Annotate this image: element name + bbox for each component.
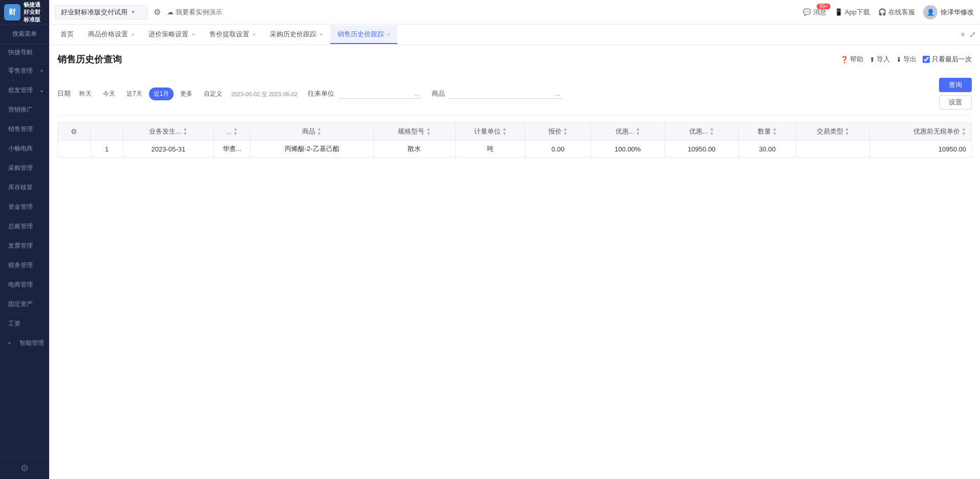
th-disc2[interactable]: 优惠... ▲▼ xyxy=(665,123,738,141)
sidebar-item-invoice[interactable]: 发票管理 xyxy=(0,236,49,256)
sidebar-item-purchase[interactable]: 采购管理 xyxy=(0,159,49,178)
tab-purchase-history-close[interactable]: × xyxy=(319,31,323,37)
online-service-button[interactable]: 🎧 在线客服 xyxy=(878,8,915,17)
from-unit-label: 往来单位 xyxy=(308,89,334,98)
sidebar-item-salary[interactable]: 工资 xyxy=(0,314,49,334)
product-input[interactable] xyxy=(451,90,553,97)
sidebar-item-smart[interactable]: ● 智能管理 xyxy=(0,334,49,353)
th-unit[interactable]: 计量单位 ▲▼ xyxy=(456,123,525,141)
messages-button[interactable]: 💬 消息 99+ xyxy=(803,8,826,17)
workspace-selector-text: 好业财标准版交付试用 xyxy=(61,8,127,17)
tab-window-close[interactable]: × xyxy=(961,30,965,39)
tab-purchase-history[interactable]: 采购历史价跟踪 × xyxy=(263,26,330,44)
product-dots[interactable]: ... xyxy=(556,90,561,97)
page-actions: ❓ 帮助 ⬆ 导入 ⬇ 导出 只看最后一次 xyxy=(840,55,972,64)
th-price[interactable]: 报价 ▲▼ xyxy=(525,123,591,141)
tab-price-close[interactable]: × xyxy=(131,31,134,37)
th-disc1[interactable]: 优惠... ▲▼ xyxy=(591,123,665,141)
th-type[interactable]: 交易类型 ▲▼ xyxy=(796,123,870,141)
sidebar-item-tax[interactable]: 税务管理 xyxy=(0,256,49,275)
demo-link[interactable]: ☁ 我要看实例演示 xyxy=(167,8,222,17)
logo-text: 畅捷通好业财 标准版 xyxy=(24,1,45,23)
sidebar-item-wholesale[interactable]: 批发管理 xyxy=(0,81,49,100)
topbar: 好业财标准版交付试用 ▼ ⚙ ☁ 我要看实例演示 💬 消息 99+ 📱 App下… xyxy=(49,0,980,25)
sidebar-item-ledger[interactable]: 总账管理 xyxy=(0,217,49,236)
th-spec[interactable]: 规格型号 ▲▼ xyxy=(373,123,455,141)
quick-nav[interactable]: 快捷导航 xyxy=(0,44,49,61)
sidebar-item-ecommerce-small[interactable]: 小畅电商 xyxy=(0,139,49,159)
cell-type xyxy=(796,141,870,158)
gear-icon[interactable]: ⚙ xyxy=(71,127,77,136)
table-row: 1 2023-05-31 华查... 丙烯酸-2-乙基己酯 散水 吨 0.00 … xyxy=(58,141,972,158)
date-custom[interactable]: 自定义 xyxy=(199,88,227,100)
sort-spec-icon: ▲▼ xyxy=(426,127,431,136)
sort-more-icon: ▲▼ xyxy=(233,127,238,136)
help-link[interactable]: ❓ 帮助 xyxy=(840,55,863,64)
th-notax[interactable]: 优惠前无税单价 ▲▼ xyxy=(870,123,972,141)
sidebar-item-assets[interactable]: 固定资产 xyxy=(0,295,49,314)
sort-date-icon: ▲▼ xyxy=(183,127,187,136)
tab-sale-history-close[interactable]: × xyxy=(387,31,390,37)
tab-window-maximize[interactable]: ⤢ xyxy=(969,30,976,39)
table-container: ⚙ 业务发生... ▲▼ ... ▲▼ xyxy=(57,122,972,158)
product-filter: 商品 ... xyxy=(432,89,563,99)
date-today[interactable]: 今天 xyxy=(98,88,120,100)
sidebar-item-marketing[interactable]: 营销推广 xyxy=(0,100,49,120)
tab-sale-extract[interactable]: 售价提取设置 × xyxy=(202,26,263,44)
th-product[interactable]: 商品 ▲▼ xyxy=(250,123,373,141)
tab-price[interactable]: 商品价格设置 × xyxy=(81,26,141,44)
cell-spec: 散水 xyxy=(373,141,455,158)
sidebar-item-retail[interactable]: 零售管理 xyxy=(0,61,49,81)
date-1month[interactable]: 近1月 xyxy=(149,88,174,100)
date-7days[interactable]: 近7天 xyxy=(122,88,147,100)
from-unit-input-area[interactable]: ... xyxy=(338,89,421,99)
app-download-button[interactable]: 📱 App下载 xyxy=(835,8,870,17)
settings-button[interactable]: 设置 xyxy=(939,95,972,110)
query-button[interactable]: 查询 xyxy=(939,78,972,92)
tab-sale-extract-close[interactable]: × xyxy=(252,31,255,37)
th-qty[interactable]: 数量 ▲▼ xyxy=(738,123,796,141)
date-more[interactable]: 更多 xyxy=(176,88,197,100)
main-content: 好业财标准版交付试用 ▼ ⚙ ☁ 我要看实例演示 💬 消息 99+ 📱 App下… xyxy=(49,0,980,479)
tab-purchase-strategy-close[interactable]: × xyxy=(191,31,195,37)
page-header: 销售历史价查询 ❓ 帮助 ⬆ 导入 ⬇ 导出 只看最后一次 xyxy=(57,53,972,66)
from-unit-input[interactable] xyxy=(340,90,412,97)
messages-badge: 99+ xyxy=(817,4,830,9)
cell-qty: 30.00 xyxy=(738,141,796,158)
th-gear[interactable]: ⚙ xyxy=(58,123,91,141)
search-menu[interactable]: 搜索菜单 xyxy=(0,25,49,44)
th-date[interactable]: 业务发生... ▲▼ xyxy=(123,123,214,141)
tab-sale-history[interactable]: 销售历史价跟踪 × xyxy=(330,26,397,44)
th-more[interactable]: ... ▲▼ xyxy=(214,123,250,141)
sidebar-item-ecommerce[interactable]: 电商管理 xyxy=(0,275,49,295)
workspace-selector[interactable]: 好业财标准版交付试用 ▼ xyxy=(55,5,147,19)
tab-purchase-strategy[interactable]: 进价策略设置 × xyxy=(141,26,202,44)
import-link[interactable]: ⬆ 导入 xyxy=(869,55,890,64)
sidebar-item-inventory[interactable]: 库存核算 xyxy=(0,178,49,198)
date-yesterday[interactable]: 昨天 xyxy=(75,88,96,100)
export-link[interactable]: ⬇ 导出 xyxy=(896,55,917,64)
sidebar-item-sales[interactable]: 销售管理 xyxy=(0,120,49,139)
sort-notax-icon: ▲▼ xyxy=(962,127,966,136)
from-unit-dots[interactable]: ... xyxy=(414,90,419,97)
page-content: 销售历史价查询 ❓ 帮助 ⬆ 导入 ⬇ 导出 只看最后一次 xyxy=(49,45,980,479)
user-menu[interactable]: 👤 徐泽华修改 xyxy=(923,5,974,19)
product-label: 商品 xyxy=(432,89,445,98)
cell-price: 0.00 xyxy=(525,141,591,158)
cell-date: 2023-05-31 xyxy=(123,141,214,158)
date-filter: 日期 昨天 今天 近7天 近1月 更多 自定义 2023-05-02 至 202… xyxy=(57,88,297,100)
from-unit-filter: 往来单位 ... xyxy=(308,89,421,99)
product-input-area[interactable]: ... xyxy=(449,89,563,99)
sidebar: 财 畅捷通好业财 标准版 搜索菜单 快捷导航 零售管理 批发管理 营销推广 销售… xyxy=(0,0,49,479)
tabs-controls: × ⤢ xyxy=(961,30,976,39)
avatar: 👤 xyxy=(923,5,938,19)
sidebar-item-capital[interactable]: 资金管理 xyxy=(0,198,49,217)
cell-unit: 吨 xyxy=(456,141,525,158)
only-last-checkbox[interactable]: 只看最后一次 xyxy=(923,55,972,64)
chevron-down-icon: ▼ xyxy=(131,9,136,15)
logo-icon: 财 xyxy=(4,4,20,20)
sidebar-settings-icon[interactable]: ⚙ xyxy=(0,457,49,479)
topbar-settings-icon[interactable]: ⚙ xyxy=(154,7,161,17)
tab-home[interactable]: 首页 xyxy=(53,26,81,44)
date-label: 日期 xyxy=(57,89,71,98)
